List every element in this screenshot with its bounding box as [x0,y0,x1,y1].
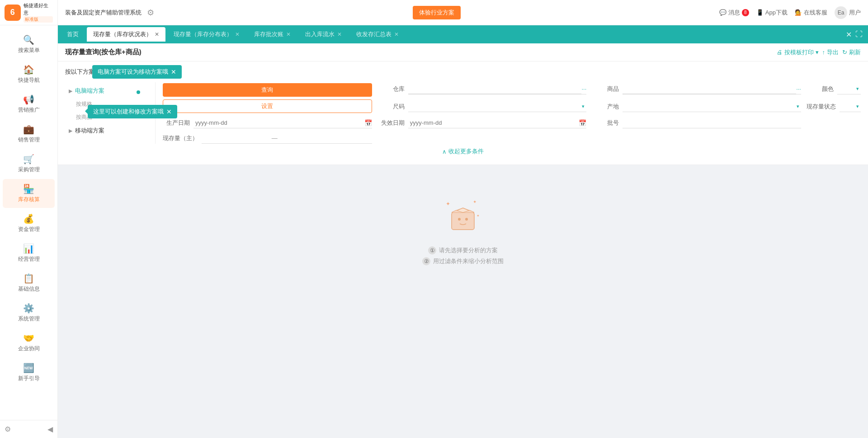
message-badge: 8 [742,9,749,16]
empty-illustration: ✦ ✦ ✦ [440,192,486,237]
inventory-min-input[interactable] [202,133,270,143]
scheme-desktop-label: 电脑端方案 [75,87,104,95]
warehouse-label: 仓库 [377,85,405,93]
sidebar-item-label: 快捷导航 [18,76,40,84]
tab-summary[interactable]: 收发存汇总表 ✕ [350,27,405,42]
print-button[interactable]: 🖨 按模板打印 ▾ [777,48,819,57]
logo-badge: 标准版 [24,16,53,23]
filter-section: 按以下方案查询 + ✎ ⟵ 电脑方案可设为移动方案哦 ✕ [58,61,868,165]
filter-goods-row: 商品 ··· [592,83,801,94]
svg-text:✦: ✦ [473,199,476,204]
app-download-item[interactable]: 📱 App下载 [756,9,788,17]
goods-input[interactable] [623,83,796,94]
proddate-input[interactable] [193,118,364,128]
industry-button[interactable]: 体验行业方案 [413,6,461,19]
sidebar-item-inventory[interactable]: 🏪 库存核算 [3,179,55,208]
empty-num-2: ② [422,257,430,265]
sidebar-item-basic[interactable]: 📋 基础信息 [3,268,55,297]
color-select[interactable] [837,84,861,94]
batch-input[interactable] [623,118,801,128]
collapse-more-label: 收起更多条件 [448,147,484,155]
origin-select[interactable] [623,101,801,112]
color-label: 颜色 [807,85,834,93]
logo-text: 畅捷通好生意 [24,2,53,16]
scheme-mobile-label: 移动端方案 [75,127,104,135]
guide-icon: 🆕 [23,363,34,373]
export-button[interactable]: ↑ 导出 [822,48,839,57]
empty-num-1: ① [428,246,436,254]
sidebar-item-operations[interactable]: 📊 经营管理 [3,239,55,268]
sidebar-item-sales[interactable]: 💼 销售管理 [3,119,55,148]
sidebar-item-finance[interactable]: 💰 资金管理 [3,209,55,238]
tab-close-all-icon[interactable]: ✕ [846,30,852,39]
main-content: 现存量查询(按仓库+商品) 🖨 按模板打印 ▾ ↑ 导出 ↻ 刷新 按以下方案查… [58,43,868,438]
settings-icon[interactable]: ⚙ [5,425,11,433]
expiry-label: 失效日期 [377,119,405,127]
expiry-calendar-icon[interactable]: 📅 [579,119,586,127]
collapse-sidebar-icon[interactable]: ◀ [47,425,53,433]
service-icon: 💁 [795,9,802,16]
logo-icon: 6 [5,5,21,21]
inventory-max-input[interactable] [279,133,348,143]
warehouse-more-icon[interactable]: ··· [581,85,586,92]
sidebar-item-label: 搜索菜单 [18,47,40,54]
inventory-status-select[interactable] [840,101,861,112]
tab-home[interactable]: 首页 [61,27,85,42]
sidebar-item-search[interactable]: 🔍 搜索菜单 [3,30,55,59]
origin-label: 产地 [592,103,619,111]
search-nav-icon: 🔍 [23,34,34,45]
filter-expiry-row: 失效日期 📅 [377,118,587,128]
tooltip-text-1: 电脑方案可设为移动方案哦 [98,68,168,76]
quicknav-icon: 🏠 [23,64,34,75]
header-center: 体验行业方案 [413,6,461,19]
tab-inout-label: 出入库流水 [305,30,335,38]
tab-close-icon[interactable]: ✕ [286,31,291,38]
tab-inventory-dist[interactable]: 现存量（库存分布表） ✕ [167,27,246,42]
tab-summary-label: 收发存汇总表 [356,30,392,38]
message-item[interactable]: 💬 消息 8 [719,9,749,17]
tooltip-close-1[interactable]: ✕ [171,68,176,75]
collapse-more-button[interactable]: ∧ 收起更多条件 [65,144,861,159]
tab-inout[interactable]: 出入库流水 ✕ [299,27,348,42]
online-service-item[interactable]: 💁 在线客服 [795,9,827,17]
sidebar-item-quicknav[interactable]: 🏠 快捷导航 [3,60,55,89]
warehouse-input[interactable] [408,83,582,94]
refresh-button[interactable]: ↻ 刷新 [842,48,861,57]
page-header: 现存量查询(按仓库+商品) 🖨 按模板打印 ▾ ↑ 导出 ↻ 刷新 [58,43,868,61]
user-item[interactable]: Ea 用户 [835,6,861,19]
tab-close-icon[interactable]: ✕ [394,31,399,38]
goods-more-icon[interactable]: ··· [796,85,801,92]
scheme-mobile[interactable]: ▶ 移动端方案 [65,124,155,137]
empty-state: ✦ ✦ ✦ ① 请先选择要分析的方案 ② 用过滤条件来缩小分析范围 [58,165,868,295]
scheme-desktop[interactable]: ▶ 电脑端方案 [65,84,155,98]
expiry-input[interactable] [408,118,579,128]
tab-inventory-dist-label: 现存量（库存分布表） [174,30,232,38]
filter-size-row: 尺码 ▾ [377,101,587,112]
tab-close-icon[interactable]: ✕ [337,31,342,38]
range-dash: — [272,135,278,141]
sidebar-item-purchase[interactable]: 🛒 采购管理 [3,149,55,178]
size-select[interactable] [408,101,587,112]
tab-inventory-status[interactable]: 现存量（库存状况表） ✕ [87,27,165,42]
tab-close-icon[interactable]: ✕ [155,31,159,38]
header-gear-icon[interactable]: ⚙ [147,8,154,18]
query-reset-col: 查询 设置 [163,82,372,113]
inventory-status-label: 现存量状态 [807,103,836,111]
tab-expand-icon[interactable]: ⛶ [855,30,863,38]
proddate-calendar-icon[interactable]: 📅 [364,119,372,127]
tooltip-close-2[interactable]: ✕ [166,108,172,115]
user-label: 用户 [849,9,861,17]
sidebar-item-system[interactable]: ⚙️ 系统管理 [3,298,55,327]
tab-close-icon[interactable]: ✕ [235,31,240,38]
query-button[interactable]: 查询 [163,83,372,97]
message-label: 消息 [728,9,740,17]
sidebar-item-enterprise[interactable]: 🤝 企业协同 [3,328,55,357]
sidebar-item-guide[interactable]: 🆕 新手引导 [3,358,55,387]
collapse-up-icon: ∧ [442,148,447,155]
sidebar-item-marketing[interactable]: 📢 营销推广 [3,89,55,118]
page-actions: 🖨 按模板打印 ▾ ↑ 导出 ↻ 刷新 [777,48,861,57]
reset-button[interactable]: 设置 [163,99,372,113]
tab-batch[interactable]: 库存批次账 ✕ [248,27,297,42]
connector-dot [137,90,140,94]
tab-batch-label: 库存批次账 [254,30,283,38]
